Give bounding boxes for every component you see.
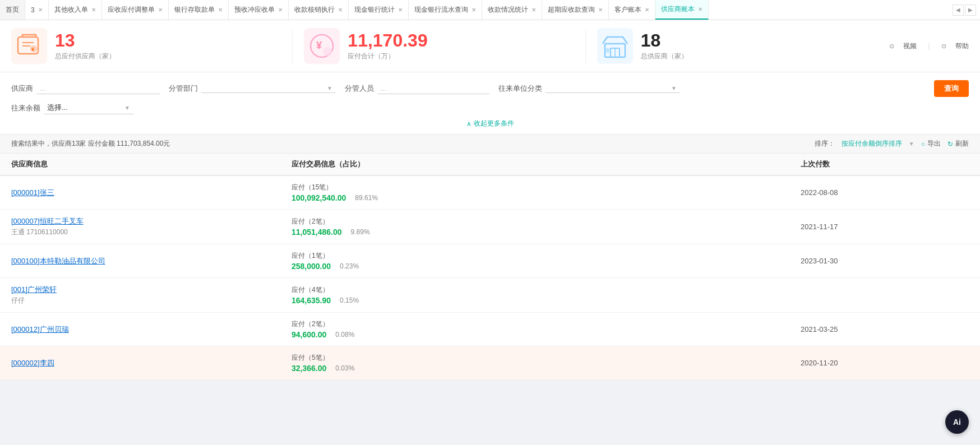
nav-tab-prepaid-label: 预收冲应收单 — [234, 5, 275, 15]
collapse-label: 收起更多条件 — [474, 119, 514, 128]
nav-tab-supplier-close[interactable]: ✕ — [698, 6, 702, 12]
card-icon-payable: ¥ — [11, 28, 47, 64]
nav-tab-3-close[interactable]: ✕ — [38, 7, 43, 13]
nav-tab-cash-stat-close[interactable]: ✕ — [398, 7, 403, 13]
nav-tab-bank-deposit[interactable]: 银行存取款单 ✕ — [169, 0, 229, 20]
svg-rect-11 — [606, 48, 609, 53]
col-header-pay-info: 应付交易信息（占比） — [292, 159, 801, 169]
supplier-link-2[interactable]: [000007]恒旺二手叉车 — [11, 216, 292, 226]
nav-tab-collect-exec[interactable]: 收款核销执行 ✕ — [289, 0, 349, 20]
category-select[interactable]: ▼ — [546, 84, 680, 93]
filter-supplier: 供应商 — [11, 83, 160, 94]
card1-label: 总应付供应商（家） — [55, 52, 115, 61]
pay-amount-4[interactable]: 164,635.90 — [292, 296, 331, 305]
supplier-link-3[interactable]: [000100]本特勒油品有限公司 — [11, 256, 292, 266]
help-link[interactable]: 帮助 — [955, 41, 969, 51]
pay-title-5: 应付（2笔） — [292, 319, 329, 329]
pay-row-2: 应付（2笔） — [292, 217, 801, 226]
summary-card-payable-suppliers: ¥ 13 总应付供应商（家） — [11, 28, 293, 64]
supplier-link-1[interactable]: [000001]张三 — [11, 188, 292, 198]
card2-label: 应付合计（万） — [348, 52, 427, 61]
nav-tab-prepaid[interactable]: 预收冲应收单 ✕ — [229, 0, 289, 20]
pay-info-1: 应付（15笔） 100,092,540.00 89.61% — [292, 183, 801, 202]
nav-tab-cash-flow[interactable]: 现金银行流水查询 ✕ — [409, 0, 482, 20]
export-button[interactable]: ○ 导出 — [921, 139, 941, 149]
dept-select[interactable]: ▼ — [201, 84, 336, 93]
svg-point-7 — [323, 47, 332, 56]
card2-number: 11,170.39 — [348, 31, 427, 49]
pay-percent-3: 0.23% — [340, 262, 359, 270]
card3-label: 总供应商（家） — [641, 52, 688, 61]
sort-chevron-icon: ▼ — [909, 141, 914, 147]
col-header-supplier: 供应商信息 — [11, 159, 292, 169]
video-link[interactable]: 视频 — [903, 41, 917, 51]
nav-tab-collect-exec-label: 收款核销执行 — [294, 5, 335, 15]
nav-tab-collect-stat[interactable]: 收款情况统计 ✕ — [482, 0, 542, 20]
supplier-info-5: [000012]广州贝瑞 — [11, 325, 292, 335]
col-header-last-pay: 上次付数 — [801, 159, 969, 169]
nav-tab-bank-close[interactable]: ✕ — [218, 7, 223, 13]
total-icon: ¥ — [307, 31, 336, 61]
nav-tab-prepaid-close[interactable]: ✕ — [278, 7, 283, 13]
query-button[interactable]: 查询 — [934, 80, 969, 97]
nav-tab-adjust-close[interactable]: ✕ — [158, 7, 163, 13]
category-dropdown-arrow: ▼ — [671, 85, 677, 91]
pay-amount-row-5: 94,600.00 0.08% — [292, 330, 801, 339]
person-label: 分管人员 — [345, 84, 374, 94]
nav-tab-adjust[interactable]: 应收应付调整单 ✕ — [102, 0, 169, 20]
nav-tab-other-income[interactable]: 其他收入单 ✕ — [49, 0, 102, 20]
last-pay-1: 2022-08-08 — [801, 188, 969, 197]
pay-title-6: 应付（5笔） — [292, 353, 329, 363]
nav-tab-other-income-close[interactable]: ✕ — [91, 7, 96, 13]
ai-badge[interactable]: Ai — [945, 410, 969, 434]
last-pay-date-2: 2021-11-17 — [801, 222, 838, 231]
nav-tab-cash-stat[interactable]: 现金银行统计 ✕ — [349, 0, 409, 20]
pay-row-5: 应付（2笔） — [292, 319, 801, 329]
nav-tab-supplier-book-label: 供应商账本 — [661, 4, 695, 14]
refresh-button[interactable]: ↻ 刷新 — [947, 139, 969, 149]
pay-info-2: 应付（2笔） 11,051,486.00 9.89% — [292, 217, 801, 237]
nav-arrow-right[interactable]: ▶ — [965, 4, 976, 16]
pay-amount-6[interactable]: 32,366.00 — [292, 364, 326, 373]
nav-arrow-left[interactable]: ◀ — [953, 4, 964, 16]
nav-tab-customer-book-label: 客户账本 — [614, 5, 641, 15]
supplier-link-4[interactable]: [001]广州荣轩 — [11, 285, 292, 295]
balance-label: 往来余额 — [11, 103, 40, 113]
last-pay-date-3: 2023-01-30 — [801, 257, 838, 265]
nav-tab-collect-stat-close[interactable]: ✕ — [531, 7, 536, 13]
filter-panel: 供应商 分管部门 ▼ 分管人员 往来单位分类 ▼ 查询 — [0, 72, 980, 135]
balance-dropdown-arrow: ▼ — [124, 105, 130, 111]
sort-select[interactable]: 按应付余额倒序排序 — [842, 139, 902, 149]
pay-title-3: 应付（1笔） — [292, 251, 329, 261]
collapse-filter-button[interactable]: ∧ 收起更多条件 — [466, 119, 514, 128]
nav-tab-home[interactable]: 首页 — [0, 0, 25, 20]
pay-amount-1[interactable]: 100,092,540.00 — [292, 193, 346, 202]
last-pay-2: 2021-11-17 — [801, 222, 969, 231]
summary-cards: ¥ 13 总应付供应商（家） ¥ 11,170.39 应付合计（万） — [0, 20, 980, 72]
supplier-link-5[interactable]: [000012]广州贝瑞 — [11, 325, 292, 335]
dept-dropdown-arrow: ▼ — [327, 85, 332, 91]
nav-tab-cash-flow-close[interactable]: ✕ — [471, 7, 476, 13]
balance-select[interactable]: 选择... ▼ — [44, 101, 133, 114]
nav-tab-customer-book[interactable]: 客户账本 ✕ — [609, 0, 655, 20]
nav-tab-customer-close[interactable]: ✕ — [645, 7, 649, 13]
supplier-info-3: [000100]本特勒油品有限公司 — [11, 256, 292, 266]
pay-amount-3[interactable]: 258,000.00 — [292, 262, 331, 271]
pay-percent-5: 0.08% — [335, 331, 354, 339]
last-pay-6: 2020-11-20 — [801, 359, 969, 367]
nav-tab-overdue-query[interactable]: 超期应收款查询 ✕ — [542, 0, 609, 20]
filter-dept: 分管部门 ▼ — [169, 84, 336, 94]
nav-tab-overdue-close[interactable]: ✕ — [598, 7, 603, 13]
supplier-input[interactable] — [36, 83, 160, 94]
pay-row-3: 应付（1笔） — [292, 251, 801, 261]
card-icon-total: ¥ — [304, 28, 340, 64]
divider: ｜ — [926, 41, 932, 51]
person-input[interactable] — [377, 83, 489, 94]
pay-amount-5[interactable]: 94,600.00 — [292, 330, 326, 339]
supplier-link-6[interactable]: [000002]李四 — [11, 358, 292, 368]
pay-amount-2[interactable]: 11,051,486.00 — [292, 228, 342, 237]
pay-amount-row-1: 100,092,540.00 89.61% — [292, 193, 801, 202]
nav-tab-collect-exec-close[interactable]: ✕ — [338, 7, 343, 13]
nav-tab-3[interactable]: 3 ✕ — [25, 0, 49, 20]
nav-tab-supplier-book[interactable]: 供应商账本 ✕ — [655, 0, 709, 20]
